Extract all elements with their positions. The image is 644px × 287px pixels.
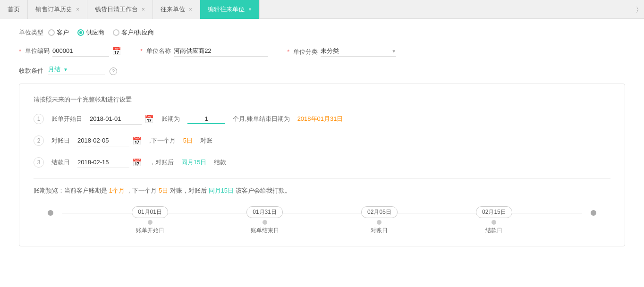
step-3-suffix-before: ，对账后 [149, 158, 174, 167]
timeline-badge-4: 02月15日 [476, 206, 512, 218]
payment-condition-chevron: ▼ [63, 67, 68, 72]
preview-highlight1: 1个月 [109, 187, 125, 194]
period-card: 请按照未来的一个完整帐期进行设置 1 账单开始日 📅 账期为 个月,账单结束日期… [19, 84, 625, 246]
step-2-label: 对账日 [51, 136, 70, 145]
unit-name-label: 单位名称 [146, 47, 171, 55]
unit-info-row: * 单位编码 📅 * 单位名称 * 单位分类 未分类 ▼ [19, 45, 625, 57]
payment-condition-row: 收款条件 月结 ▼ ? [19, 65, 625, 75]
payment-condition-value: 月结 [48, 65, 60, 74]
step-1-label: 账单开始日 [51, 115, 82, 123]
radio-customer-label: 客户 [57, 28, 69, 37]
timeline-points: 01月01日 账单开始日 01月31日 账单结束日 02月05日 [48, 206, 596, 235]
timeline-label-4: 结款日 [485, 227, 502, 235]
step-3-suffix-after: 结款 [214, 158, 226, 167]
timeline-badge-2: 01月31日 [246, 206, 283, 218]
tab-edit-unit-label: 编辑往来单位 [208, 5, 245, 14]
timeline-point-1: 01月01日 账单开始日 [132, 206, 168, 235]
step-2-highlight: 5日 [183, 136, 193, 145]
timeline-end-dot [591, 210, 596, 216]
step-3-date-input[interactable] [77, 157, 129, 168]
unit-code-star: * [19, 48, 21, 55]
tab-sales-history-close[interactable]: × [76, 6, 79, 13]
unit-code-label: 单位编码 [25, 47, 50, 55]
main-content: 单位类型 客户 供应商 客户/供应商 * 单位编码 📅 * 单位名称 [0, 19, 644, 287]
radio-customer-supplier[interactable]: 客户/供应商 [113, 28, 154, 37]
radio-customer-supplier-label: 客户/供应商 [121, 28, 154, 37]
step-3-date-field: 📅 [77, 157, 142, 168]
preview-highlight2: 5日 [159, 187, 168, 194]
step-3-calendar-icon[interactable]: 📅 [132, 158, 142, 167]
radio-group-unit-type: 客户 供应商 客户/供应商 [48, 28, 154, 37]
step-1-period-input[interactable] [187, 114, 225, 124]
radio-supplier-circle [77, 29, 84, 36]
timeline-badge-3: 02月05日 [361, 206, 398, 218]
preview-highlight3: 同月15日 [209, 187, 234, 194]
unit-name-star: * [140, 48, 143, 55]
tab-home-label: 首页 [8, 5, 20, 14]
tab-edit-unit[interactable]: 编辑往来单位 × [200, 0, 260, 19]
step-1-row: 1 账单开始日 📅 账期为 个月,账单结束日期为 2018年01月31日 [34, 113, 610, 125]
timeline-right-dot [591, 210, 596, 216]
preview-text: 账期预览：当前客户账期是 1个月 ，下一个月 5日 对账，对账后 同月15日 该… [34, 186, 610, 195]
tab-unit[interactable]: 往来单位 × [153, 0, 200, 19]
step-1-period-label: 账期为 [161, 115, 180, 123]
unit-type-label: 单位类型 [19, 28, 43, 37]
unit-category-chevron: ▼ [391, 49, 396, 54]
tab-more-button[interactable]: 〉 [631, 0, 644, 19]
preview-mid2: 对账，对账后 [170, 187, 207, 194]
radio-supplier[interactable]: 供应商 [77, 28, 104, 37]
timeline-dot-2 [263, 220, 267, 225]
card-hint: 请按照未来的一个完整帐期进行设置 [34, 95, 610, 104]
timeline-label-3: 对账日 [371, 227, 388, 235]
timeline-label-2: 账单结束日 [251, 227, 279, 235]
timeline-point-3: 02月05日 对账日 [361, 206, 398, 235]
unit-code-input[interactable] [52, 45, 109, 57]
timeline-start-dot [48, 210, 53, 216]
tab-cashwork-close[interactable]: × [142, 6, 145, 13]
step-1-date-input[interactable] [90, 113, 142, 125]
timeline-label-1: 账单开始日 [136, 227, 164, 235]
unit-code-icon[interactable]: 📅 [112, 47, 121, 56]
tab-sales-history[interactable]: 销售订单历史 × [28, 0, 87, 19]
timeline-dot-3 [377, 220, 381, 225]
step-1-calendar-icon[interactable]: 📅 [144, 115, 154, 124]
unit-category-value: 未分类 [321, 47, 389, 55]
timeline-dot-1 [148, 220, 153, 225]
preview-end: 该客户会给我打款。 [236, 187, 291, 194]
step-2-num: 2 [34, 135, 44, 146]
preview-section: 账期预览：当前客户账期是 1个月 ，下一个月 5日 对账，对账后 同月15日 该… [34, 178, 610, 235]
step-2-suffix-before: ,下一个月 [149, 136, 176, 145]
payment-condition-select[interactable]: 月结 ▼ [48, 65, 105, 75]
tab-unit-label: 往来单位 [161, 5, 185, 14]
step-3-num: 3 [34, 157, 44, 168]
help-icon[interactable]: ? [110, 68, 117, 75]
unit-code-field: * 单位编码 📅 [19, 45, 121, 57]
timeline-left-dot [48, 210, 53, 216]
step-2-date-input[interactable] [77, 135, 129, 146]
tab-sales-history-label: 销售订单历史 [35, 5, 72, 14]
tab-cashwork[interactable]: 钱货日清工作台 × [87, 0, 153, 19]
step-2-date-field: 📅 [77, 135, 142, 146]
step-2-row: 2 对账日 📅 ,下一个月 5日 对账 [34, 135, 610, 146]
unit-name-input[interactable] [174, 45, 268, 57]
step-1-num: 1 [34, 114, 44, 124]
timeline-dot-4 [491, 220, 496, 225]
preview-mid1: ，下一个月 [126, 187, 157, 194]
tab-cashwork-label: 钱货日清工作台 [95, 5, 138, 14]
tab-unit-close[interactable]: × [189, 6, 192, 13]
unit-category-label: 单位分类 [293, 48, 318, 56]
step-1-date-field: 📅 [90, 113, 154, 125]
radio-customer[interactable]: 客户 [48, 28, 69, 37]
step-2-calendar-icon[interactable]: 📅 [132, 136, 142, 145]
timeline-point-4: 02月15日 结款日 [476, 206, 512, 235]
unit-name-field: * 单位名称 [140, 45, 268, 57]
tab-home[interactable]: 首页 [0, 0, 28, 19]
payment-condition-label: 收款条件 [19, 67, 43, 75]
radio-customer-circle [48, 29, 55, 36]
radio-supplier-label: 供应商 [86, 28, 104, 37]
timeline: 01月01日 账单开始日 01月31日 账单结束日 02月05日 [48, 206, 596, 235]
unit-category-select[interactable]: 未分类 ▼ [321, 47, 396, 57]
step-1-period-unit: 个月,账单结束日期为 [233, 115, 290, 123]
timeline-badge-1: 01月01日 [132, 206, 168, 218]
tab-edit-unit-close[interactable]: × [248, 6, 252, 13]
